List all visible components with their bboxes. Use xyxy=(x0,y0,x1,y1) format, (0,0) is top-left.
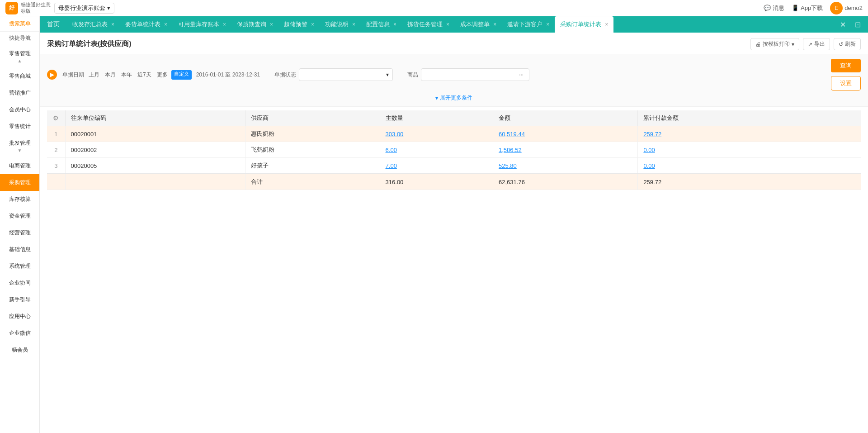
summary-paid: 259.72 xyxy=(638,174,818,190)
export-button[interactable]: ↗ 导出 xyxy=(803,38,830,50)
filter-bar: ▶ 单据日期 上月 本月 本年 近7天 更多 自定义 2016-01-01 至 … xyxy=(40,54,868,107)
sidebar-item-retail-shop[interactable]: 零售商城 xyxy=(0,68,39,85)
tab-close-icon[interactable]: × xyxy=(270,21,273,28)
filter-collapse-button[interactable]: ▶ xyxy=(47,70,57,80)
sidebar-item-finance[interactable]: 资金管理 xyxy=(0,208,39,224)
sidebar-item-marketing[interactable]: 营销推广 xyxy=(0,85,39,101)
summary-label: 合计 xyxy=(245,174,380,190)
sidebar-item-retail-management[interactable]: 零售管理 ▲ xyxy=(0,45,39,68)
row-paid[interactable]: 259.72 xyxy=(638,126,818,142)
close-window-icon[interactable]: ✕ xyxy=(836,19,849,31)
refresh-button[interactable]: ↺ 刷新 xyxy=(834,38,861,50)
table-row[interactable]: 1 00020001 惠氏奶粉 303.00 60,519.44 259.72 xyxy=(47,126,861,142)
row-paid[interactable]: 0.00 xyxy=(638,142,818,158)
sidebar-item-basic-info[interactable]: 基础信息 xyxy=(0,241,39,258)
date-range-display: 2016-01-01 至 2023-12-31 xyxy=(196,71,260,79)
sidebar-item-new-guide[interactable]: 新手引导 xyxy=(0,291,39,308)
sidebar-item-enterprise[interactable]: 企业协同 xyxy=(0,275,39,291)
more-btn[interactable]: 更多 xyxy=(155,70,170,80)
date-filter-label: 单据日期 xyxy=(62,71,84,79)
sidebar-item-member[interactable]: 畅会员 xyxy=(0,342,39,358)
sidebar-quick-nav[interactable]: 快捷导航 xyxy=(0,32,39,45)
sidebar-item-purchase[interactable]: 采购管理 xyxy=(0,174,39,191)
tab-close-icon[interactable]: × xyxy=(393,21,396,28)
page-actions: 🖨 按模板打印 ▾ ↗ 导出 ↺ 刷新 xyxy=(750,38,861,50)
tab-cost-adjust[interactable]: 成本调整单 × xyxy=(455,16,502,33)
sidebar-item-retail-stats[interactable]: 零售统计 xyxy=(0,118,39,135)
download-icon: 📱 xyxy=(792,5,799,11)
chevron-down-icon: ▾ xyxy=(107,5,110,11)
tab-close-icon[interactable]: × xyxy=(223,21,226,28)
tab-purchase-stats[interactable]: 采购订单统计表 × xyxy=(555,16,613,33)
last-month-btn[interactable]: 上月 xyxy=(87,70,101,80)
sidebar-item-wholesale[interactable]: 批发管理 ▼ xyxy=(0,135,39,157)
goods-filter-group: 商品 ··· xyxy=(407,68,529,81)
page-header: 采购订单统计表(按供应商) 🖨 按模板打印 ▾ ↗ 导出 ↺ 刷新 xyxy=(40,33,868,54)
status-filter-group: 单据状态 ▾ xyxy=(274,68,393,81)
sidebar-item-system[interactable]: 系统管理 xyxy=(0,258,39,275)
tab-close-icon[interactable]: × xyxy=(493,21,496,28)
logo-icon: 好 xyxy=(5,2,18,14)
sidebar-item-ecommerce[interactable]: 电商管理 xyxy=(0,157,39,174)
row-paid[interactable]: 0.00 xyxy=(638,158,818,174)
row-amount[interactable]: 1,586.52 xyxy=(493,142,638,158)
partner-code: 00020001 xyxy=(65,126,245,142)
last-7days-btn[interactable]: 近7天 xyxy=(136,70,153,80)
maximize-icon[interactable]: ⊡ xyxy=(851,19,864,31)
summary-amount: 62,631.76 xyxy=(493,174,638,190)
supplier-name: 好孩子 xyxy=(245,158,380,174)
message-button[interactable]: 💬 消息 xyxy=(764,4,784,12)
settings-button[interactable]: 设置 xyxy=(831,76,861,90)
table-row[interactable]: 3 00020005 好孩子 7.00 525.80 0.00 xyxy=(47,158,861,174)
partner-code: 00020005 xyxy=(65,158,245,174)
sidebar-item-operations[interactable]: 经营管理 xyxy=(0,224,39,241)
sidebar-item-inventory[interactable]: 库存核算 xyxy=(0,191,39,208)
logo-area: 好 畅捷通好生意 标版 xyxy=(5,2,51,14)
sidebar-item-membership[interactable]: 会员中心 xyxy=(0,101,39,118)
app-download-button[interactable]: 📱 App下载 xyxy=(792,4,823,12)
tab-config-info[interactable]: 配置信息 × xyxy=(361,16,402,33)
user-profile[interactable]: E demo2 xyxy=(830,2,863,14)
sidebar-item-app-center[interactable]: 应用中心 xyxy=(0,308,39,325)
row-qty[interactable]: 7.00 xyxy=(380,158,493,174)
row-qty[interactable]: 6.00 xyxy=(380,142,493,158)
tab-close-icon[interactable]: × xyxy=(311,21,314,28)
tab-pick-task[interactable]: 拣货任务管理 × xyxy=(402,16,455,33)
tab-function-desc[interactable]: 功能说明 × xyxy=(320,16,361,33)
tab-home[interactable]: 首页 xyxy=(40,16,67,33)
summary-qty: 316.00 xyxy=(380,174,493,190)
this-year-btn[interactable]: 本年 xyxy=(119,70,134,80)
goods-input[interactable]: ··· xyxy=(421,68,529,81)
settings-icon[interactable]: ⚙ xyxy=(53,114,59,122)
this-month-btn[interactable]: 本月 xyxy=(103,70,118,80)
status-dropdown[interactable]: ▾ xyxy=(299,68,393,81)
chevron-down-icon: ▾ xyxy=(792,41,794,48)
tab-invite-downstream[interactable]: 邀请下游客户 × xyxy=(502,16,555,33)
row-amount[interactable]: 525.80 xyxy=(493,158,638,174)
printer-icon: 🖨 xyxy=(755,41,761,48)
top-bar-left: 好 畅捷通好生意 标版 母婴行业演示账套 ▾ xyxy=(5,2,114,14)
query-button[interactable]: 查询 xyxy=(831,59,861,72)
custom-date-tag[interactable]: 自定义 xyxy=(171,70,192,80)
tab-close-icon[interactable]: × xyxy=(546,21,549,28)
row-amount[interactable]: 60,519.44 xyxy=(493,126,638,142)
print-button[interactable]: 🖨 按模板打印 ▾ xyxy=(750,38,799,50)
tab-overstock[interactable]: 超储预警 × xyxy=(278,16,320,33)
tab-close-icon[interactable]: × xyxy=(446,21,449,28)
sidebar-item-enterprise-wechat[interactable]: 企业微信 xyxy=(0,325,39,342)
tab-close-icon[interactable]: × xyxy=(111,21,114,28)
table-row[interactable]: 2 00020002 飞鹤奶粉 6.00 1,586.52 0.00 xyxy=(47,142,861,158)
tab-goods-stats[interactable]: 要货单统计表 × xyxy=(120,16,173,33)
row-qty[interactable]: 303.00 xyxy=(380,126,493,142)
tab-close-icon[interactable]: × xyxy=(352,21,355,28)
tab-close-icon[interactable]: × xyxy=(605,21,608,28)
supplier-name: 惠氏奶粉 xyxy=(245,126,380,142)
row-num: 3 xyxy=(47,158,65,174)
tab-collect-pay[interactable]: 收发存汇总表 × xyxy=(67,16,120,33)
expand-more-button[interactable]: ▾ 展开更多条件 xyxy=(435,94,472,102)
tab-available-stock[interactable]: 可用量库存账本 × xyxy=(173,16,231,33)
tab-close-icon[interactable]: × xyxy=(164,21,167,28)
workspace-selector[interactable]: 母婴行业演示账套 ▾ xyxy=(54,3,114,14)
sidebar-search[interactable]: 搜索菜单 xyxy=(0,16,39,32)
tab-expiry-query[interactable]: 保质期查询 × xyxy=(231,16,278,33)
